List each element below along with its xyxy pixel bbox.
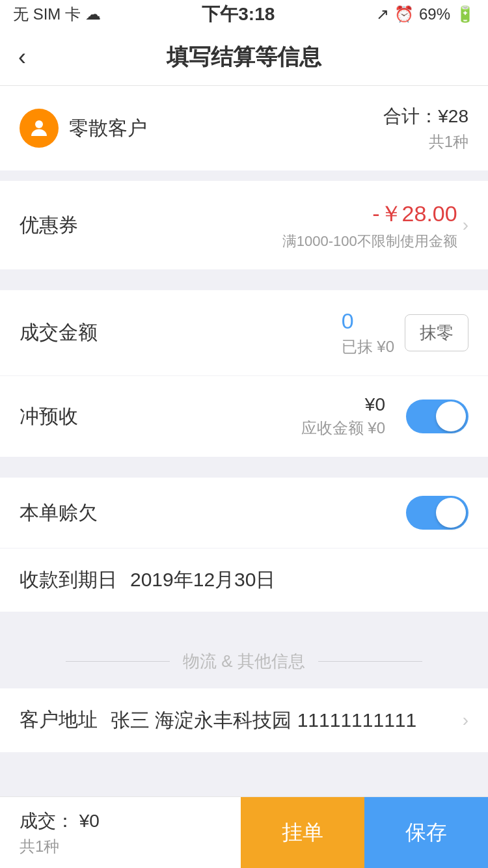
- prepaid-label: 冲预收: [20, 403, 78, 430]
- deal-prepaid-section: 成交金额 0 已抹 ¥0 抹零 冲预收 ¥0 应收金额 ¥0: [0, 290, 488, 457]
- deal-amount-row: 成交金额 0 已抹 ¥0 抹零: [0, 290, 488, 376]
- bottom-bar: 成交： ¥0 共1种 挂单 保存: [0, 796, 488, 868]
- section-divider-1: [0, 280, 488, 290]
- status-time: 下午3:18: [202, 2, 275, 27]
- deal-amount-label: 成交金额: [20, 319, 98, 346]
- logistics-label: 物流 & 其他信息: [66, 650, 422, 673]
- address-label: 客户地址: [20, 707, 98, 733]
- round-zero-button[interactable]: 抹零: [405, 314, 468, 351]
- prepaid-row: 冲预收 ¥0 应收金额 ¥0: [0, 376, 488, 457]
- section-divider-2: [0, 467, 488, 478]
- svg-point-0: [35, 120, 43, 128]
- logistics-divider: 物流 & 其他信息: [0, 632, 488, 686]
- coupon-description: 满1000-100不限制使用金额: [282, 232, 457, 251]
- section-divider-3: [0, 622, 488, 632]
- battery-label: 69%: [419, 5, 450, 23]
- credit-label: 本单赊欠: [20, 500, 98, 526]
- deal-amount-value: 0: [342, 308, 394, 334]
- prepaid-values: ¥0 应收金额 ¥0: [301, 394, 385, 439]
- user-icon: [27, 116, 51, 140]
- status-right: ↗ ⏰ 69% 🔋: [376, 5, 475, 23]
- bottom-info: 成交： ¥0 共1种: [0, 809, 241, 857]
- save-button[interactable]: 保存: [364, 797, 488, 869]
- deal-amount-sub: 已抹 ¥0: [342, 336, 394, 357]
- customer-section: 零散客户 合计：¥28 共1种: [0, 86, 488, 170]
- credit-toggle-knob: [436, 498, 466, 528]
- nav-bar: ‹ 填写结算等信息: [0, 29, 488, 86]
- address-left: 客户地址 张三 海淀永丰科技园 11111111111: [20, 707, 416, 734]
- battery-icon: 🔋: [455, 5, 475, 23]
- bottom-deal-label: 成交：: [20, 811, 74, 831]
- content-area: 零散客户 合计：¥28 共1种 优惠券 -￥28.00 满1000-100不限制…: [0, 86, 488, 841]
- bottom-count: 共1种: [20, 836, 221, 857]
- customer-avatar: [20, 109, 59, 148]
- due-date-label: 收款到期日: [20, 567, 117, 593]
- credit-section: 本单赊欠 收款到期日 2019年12月30日: [0, 478, 488, 612]
- logistics-line-left: [66, 661, 170, 662]
- due-date-value: 2019年12月30日: [130, 567, 275, 593]
- toggle-knob: [436, 401, 466, 431]
- coupon-section[interactable]: 优惠券 -￥28.00 满1000-100不限制使用金额 ›: [0, 181, 488, 269]
- customer-left: 零散客户: [20, 109, 147, 148]
- customer-right: 合计：¥28 共1种: [383, 104, 468, 152]
- prepaid-right: ¥0 应收金额 ¥0: [301, 394, 468, 439]
- prepaid-toggle[interactable]: [406, 400, 468, 433]
- address-value: 张三 海淀永丰科技园 11111111111: [111, 707, 416, 734]
- location-icon: ↗: [376, 5, 389, 23]
- alarm-icon: ⏰: [394, 5, 414, 23]
- logistics-line-right: [318, 661, 422, 662]
- credit-toggle[interactable]: [406, 496, 468, 530]
- customer-name: 零散客户: [69, 115, 147, 142]
- due-date-row: 收款到期日 2019年12月30日: [0, 549, 488, 612]
- prepaid-amount: ¥0: [301, 394, 385, 415]
- logistics-text-label: 物流 & 其他信息: [183, 650, 305, 673]
- deal-amount-right: 0 已抹 ¥0 抹零: [342, 308, 468, 357]
- bottom-deal-amount: ¥0: [79, 811, 100, 831]
- address-chevron-icon: ›: [463, 710, 468, 731]
- customer-count: 共1种: [383, 131, 468, 152]
- back-button[interactable]: ‹: [18, 44, 26, 71]
- address-row[interactable]: 客户地址 张三 海淀永丰科技园 11111111111 ›: [0, 688, 488, 752]
- coupon-amount: -￥28.00: [282, 199, 457, 229]
- coupon-label: 优惠券: [20, 212, 78, 239]
- coupon-right: -￥28.00 满1000-100不限制使用金额 ›: [282, 199, 468, 251]
- address-section: 客户地址 张三 海淀永丰科技园 11111111111 ›: [0, 688, 488, 752]
- bottom-deal-row: 成交： ¥0: [20, 809, 221, 834]
- pending-button[interactable]: 挂单: [241, 797, 364, 869]
- status-left: 无 SIM 卡 ☁: [13, 4, 101, 25]
- status-bar: 无 SIM 卡 ☁ 下午3:18 ↗ ⏰ 69% 🔋: [0, 0, 488, 29]
- credit-row: 本单赊欠: [0, 478, 488, 549]
- no-sim-label: 无 SIM 卡 ☁: [13, 4, 101, 25]
- page-title: 填写结算等信息: [167, 42, 321, 72]
- customer-total: 合计：¥28: [383, 104, 468, 129]
- prepaid-sub: 应收金额 ¥0: [301, 418, 385, 439]
- chevron-right-icon: ›: [463, 215, 468, 236]
